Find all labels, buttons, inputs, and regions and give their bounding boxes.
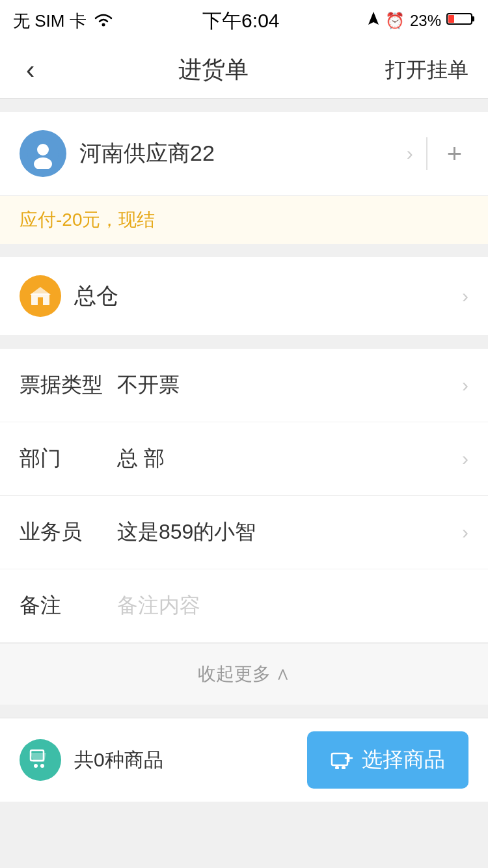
salesperson-row[interactable]: 业务员 这是859的小智 › [0, 496, 488, 569]
add-supplier-icon[interactable]: + [441, 139, 468, 169]
status-bar: 无 SIM 卡 下午6:04 ⏰ 23% [0, 0, 488, 42]
status-time: 下午6:04 [202, 8, 279, 34]
remark-input[interactable]: 备注内容 [111, 591, 468, 620]
invoice-type-row[interactable]: 票据类型 不开票 › [0, 349, 488, 422]
warehouse-row[interactable]: 总仓 › [0, 257, 488, 336]
battery-icon [446, 12, 475, 30]
warehouse-name: 总仓 [74, 281, 462, 311]
select-product-label: 选择商品 [362, 746, 445, 774]
warehouse-section: 总仓 › [0, 257, 488, 336]
product-icon-circle [20, 739, 61, 781]
svg-point-5 [37, 144, 49, 156]
supplier-name: 河南供应商22 [79, 139, 407, 169]
alarm-icon: ⏰ [385, 12, 405, 30]
select-product-icon [331, 751, 354, 769]
wifi-icon [92, 10, 115, 32]
department-chevron-icon: › [462, 448, 468, 470]
svg-marker-8 [30, 287, 51, 295]
nav-bar: ‹ 进货单 打开挂单 [0, 42, 488, 99]
bottom-bar: 共0种商品 选择商品 [0, 718, 488, 802]
svg-rect-13 [332, 753, 347, 765]
svg-rect-3 [448, 15, 454, 23]
svg-rect-9 [38, 297, 43, 305]
invoice-type-label: 票据类型 [20, 371, 111, 400]
section-gap-2 [0, 244, 488, 257]
collapse-button[interactable]: 收起更多 ∧ [0, 643, 488, 705]
salesperson-label: 业务员 [20, 518, 111, 547]
product-cart-icon [28, 748, 53, 772]
status-right: ⏰ 23% [367, 10, 475, 31]
battery-text: 23% [410, 12, 441, 30]
supplier-section: 河南供应商22 › + 应付-20元，现结 [0, 112, 488, 244]
remark-label: 备注 [20, 591, 111, 620]
department-label: 部门 [20, 444, 111, 473]
department-row[interactable]: 部门 总 部 › [0, 422, 488, 496]
select-product-button[interactable]: 选择商品 [307, 731, 468, 789]
supplier-row-actions: › + [407, 137, 468, 170]
notice-bar: 应付-20元，现结 [0, 196, 488, 244]
form-section: 票据类型 不开票 › 部门 总 部 › 业务员 这是859的小智 › 备注 备注… [0, 349, 488, 643]
supplier-chevron-icon: › [407, 142, 413, 165]
svg-point-14 [335, 766, 339, 769]
svg-rect-2 [472, 16, 474, 21]
supplier-avatar [20, 130, 66, 177]
remark-row[interactable]: 备注 备注内容 [0, 569, 488, 643]
invoice-type-value: 不开票 [111, 371, 462, 400]
invoice-type-chevron-icon: › [462, 374, 468, 396]
salesperson-value: 这是859的小智 [111, 518, 462, 547]
page-title: 进货单 [178, 54, 249, 86]
notice-text: 应付-20元，现结 [20, 210, 155, 230]
svg-point-11 [34, 764, 38, 768]
open-pending-button[interactable]: 打开挂单 [385, 56, 468, 85]
department-value: 总 部 [111, 444, 462, 473]
back-button[interactable]: ‹ [20, 49, 41, 91]
status-left: 无 SIM 卡 [13, 10, 115, 33]
section-gap-1 [0, 99, 488, 112]
svg-point-15 [342, 766, 346, 769]
svg-point-12 [40, 764, 44, 768]
product-count-text: 共0种商品 [74, 747, 307, 774]
supplier-row[interactable]: 河南供应商22 › + [0, 112, 488, 196]
warehouse-chevron-icon: › [462, 285, 468, 307]
sim-status: 无 SIM 卡 [13, 10, 87, 33]
location-icon [367, 10, 380, 31]
section-gap-3 [0, 336, 488, 349]
section-gap-4 [0, 705, 488, 718]
background-fill [0, 802, 488, 868]
svg-point-0 [102, 23, 105, 26]
warehouse-icon-circle [20, 275, 61, 317]
warehouse-icon [29, 284, 52, 308]
salesperson-chevron-icon: › [462, 521, 468, 543]
vertical-divider [426, 137, 427, 170]
avatar-person-icon [27, 138, 59, 169]
